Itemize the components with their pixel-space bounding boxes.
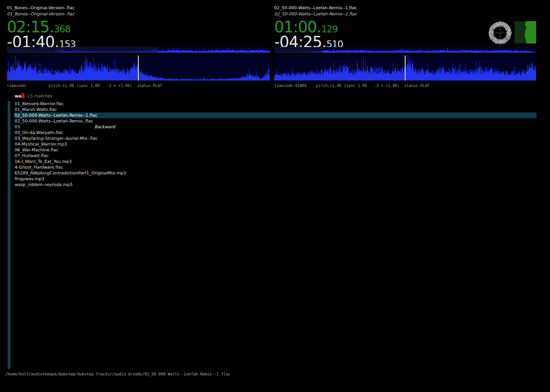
search-input[interactable]: wa (15, 94, 22, 99)
library-track-list: 01_Blessed-Warrior.flac01_Marsh-Waltz.fl… (14, 101, 537, 188)
list-item-name: 04-Mystical_Warrior.mp3 (15, 142, 67, 147)
deck-right: 02_50-000-Watts--Loefah-Remix--1.flac 02… (274, 5, 357, 50)
text-cursor (22, 93, 24, 98)
list-item[interactable]: 06_War-Machine.flac (14, 147, 537, 153)
list-item-name: 07_Hullwatt.flac (15, 153, 49, 158)
deck-right-playhead-needle (405, 55, 406, 80)
list-item-name: 06_War-Machine.flac (15, 147, 58, 152)
list-item-name: 03 (15, 124, 20, 129)
list-item-name: wasp_riddem-neytoda.mp3 (15, 182, 72, 187)
list-item[interactable]: wasp_riddem-neytoda.mp3 (14, 182, 537, 188)
list-item[interactable]: 65289_AWalkingContradictionPart1_Origina… (14, 170, 537, 176)
list-item-name: 03_On-da-Warpath.flac (15, 130, 63, 135)
list-item-name: 65289_AWalkingContradictionPart1_Origina… (15, 171, 126, 176)
deck-right-elapsed-time: 01:00.129 (274, 20, 357, 35)
list-item[interactable]: 03Backward (14, 124, 537, 130)
deck-right-track-name-italic: 02_50-000-Watts--Loefah-Remix--1.flac (274, 12, 357, 17)
list-item[interactable]: 03_On-da-Warpath.flac (14, 130, 537, 136)
list-item[interactable]: 4-Ghost_Hardware.flac (14, 164, 537, 170)
deck-left-status-line: timecode: pitch:+1.06 (sync 1.00 -3 = +1… (7, 84, 162, 88)
list-item[interactable]: 04-Mystical_Warrior.mp3 (14, 141, 537, 147)
list-item[interactable]: 16-I_Want_To_Eat_You.mp3 (14, 159, 537, 164)
deck-right-track-name: 02_50-000-Watts--Loefah-Remix--1.flac (274, 5, 357, 10)
list-item-name: 4-Ghost_Hardware.flac (15, 165, 63, 170)
library-scrollbar[interactable] (8, 101, 10, 369)
search-row: wa15 matches (15, 93, 52, 99)
deck-left-track-name-italic: 01_Bones--Original-Version-.flac (7, 12, 75, 17)
deck-left-track-name: 01_Bones--Original-Version-.flac (7, 5, 75, 10)
match-count-label: 15 matches (27, 94, 52, 99)
list-item[interactable]: 01_Marsh-Waltz.flac (14, 107, 537, 112)
list-item[interactable]: 01_Blessed-Warrior.flac (14, 101, 537, 107)
selected-file-path: /home/kolt/audiotheque/dubstep/dubstep t… (5, 372, 230, 376)
list-item[interactable]: 03_Wayfaring-Stranger--burial-Mix-.flac (14, 136, 537, 141)
list-item-name: fingywav.mp3 (15, 176, 44, 181)
list-item-name: 03_Wayfaring-Stranger--burial-Mix-.flac (15, 136, 98, 141)
deck-right-closeup-waveform (274, 55, 536, 80)
list-item-name: 01_Blessed-Warrior.flac (15, 101, 64, 106)
list-item[interactable]: 07_Hullwatt.flac (14, 153, 537, 159)
list-item[interactable]: 02_50-000-Watts--Loefah-Remix-.flac (14, 118, 537, 124)
list-item-name: 01_Marsh-Waltz.flac (15, 107, 57, 112)
deck-right-overview-waveform (274, 47, 536, 53)
list-item[interactable]: fingywav.mp3 (14, 176, 537, 182)
list-item-name: 02_50-000-Watts--Loefah-Remix-.flac (15, 119, 93, 124)
deck-left-overview-waveform (7, 47, 270, 53)
timecode-level-meter (515, 21, 536, 44)
deck-right-status-line: timecode:91866 pitch:+1.06 (sync 1.00 -3… (274, 84, 429, 88)
list-item[interactable]: 02_50-000-Watts--Loefah-Remix--1.flac (14, 112, 537, 118)
timecode-scope-ring (487, 18, 513, 47)
list-item-name: 16-I_Want_To_Eat_You.mp3 (15, 159, 72, 164)
list-item-name: 02_50-000-Watts--Loefah-Remix--1.flac (15, 113, 97, 118)
deck-left-playhead-needle (138, 55, 139, 80)
deck-left-closeup-waveform (7, 55, 270, 80)
deck-left: 01_Bones--Original-Version-.flac 01_Bone… (7, 5, 75, 50)
list-item-note: Backward (94, 124, 115, 130)
xwax-main-window: 01_Bones--Original-Version-.flac 01_Bone… (0, 0, 550, 392)
deck-left-elapsed-time: 02:15.368 (7, 20, 75, 35)
